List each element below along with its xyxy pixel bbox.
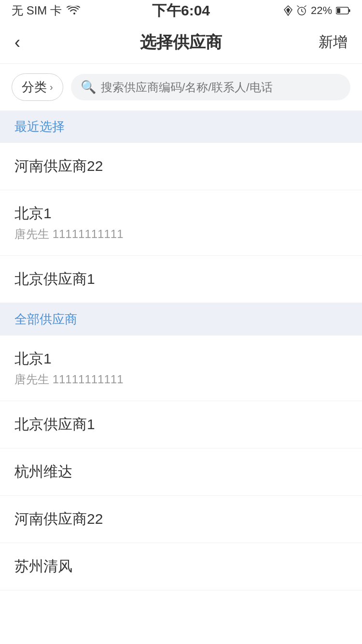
alarm-icon <box>296 5 307 16</box>
category-button[interactable]: 分类 › <box>12 73 63 101</box>
battery-icon <box>336 7 350 14</box>
item-name: 河南供应商22 <box>14 156 348 176</box>
chevron-right-icon: › <box>50 82 53 93</box>
item-name: 北京供应商1 <box>14 269 348 289</box>
item-name: 苏州清风 <box>14 557 348 576</box>
list-item[interactable]: 河南供应商22 <box>0 496 362 543</box>
status-right: 22% <box>284 4 350 17</box>
all-section-header: 全部供应商 <box>0 303 362 336</box>
list-item[interactable]: 北京1唐先生 11111111111 <box>0 336 362 401</box>
svg-line-3 <box>297 6 299 7</box>
item-name: 北京1 <box>14 349 348 369</box>
list-item[interactable]: 苏州清风 <box>0 543 362 590</box>
item-name: 河南供应商22 <box>14 509 348 529</box>
list-item[interactable]: 北京供应商1 <box>0 401 362 448</box>
search-input[interactable] <box>101 81 341 94</box>
item-sub: 唐先生 11111111111 <box>14 372 348 387</box>
status-bar: 无 SIM 卡 下午6:04 22% <box>0 0 362 21</box>
nav-bar: ‹ 选择供应商 新增 <box>0 21 362 64</box>
recent-section-header: 最近选择 <box>0 111 362 143</box>
wifi-icon <box>67 6 80 15</box>
all-list: 北京1唐先生 11111111111北京供应商1杭州维达河南供应商22苏州清风 <box>0 336 362 590</box>
add-button[interactable]: 新增 <box>319 32 348 52</box>
item-sub: 唐先生 11111111111 <box>14 226 348 242</box>
svg-rect-7 <box>337 8 340 13</box>
search-bar: 分类 › 🔍 <box>0 64 362 111</box>
list-item[interactable]: 北京1唐先生 11111111111 <box>0 190 362 256</box>
back-button[interactable]: ‹ <box>14 32 43 53</box>
list-item[interactable]: 河南供应商22 <box>0 143 362 190</box>
item-name: 北京供应商1 <box>14 415 348 434</box>
svg-line-2 <box>302 11 303 12</box>
location-icon <box>284 5 292 16</box>
list-item[interactable]: 杭州维达 <box>0 448 362 496</box>
recent-list: 河南供应商22北京1唐先生 11111111111北京供应商1 <box>0 143 362 303</box>
item-name: 杭州维达 <box>14 462 348 482</box>
search-input-wrap: 🔍 <box>71 74 350 100</box>
recent-section-label: 最近选择 <box>14 119 65 134</box>
svg-line-4 <box>305 6 306 7</box>
list-item[interactable]: 北京供应商1 <box>0 256 362 303</box>
status-left: 无 SIM 卡 <box>12 3 80 18</box>
item-name: 北京1 <box>14 204 348 224</box>
category-label: 分类 <box>22 79 47 96</box>
status-time: 下午6:04 <box>152 1 210 21</box>
all-section-label: 全部供应商 <box>14 312 77 326</box>
sim-label: 无 SIM 卡 <box>12 3 62 18</box>
battery-percent: 22% <box>311 4 332 17</box>
search-icon: 🔍 <box>81 80 96 95</box>
svg-rect-6 <box>349 9 350 12</box>
page-title: 选择供应商 <box>140 31 222 54</box>
